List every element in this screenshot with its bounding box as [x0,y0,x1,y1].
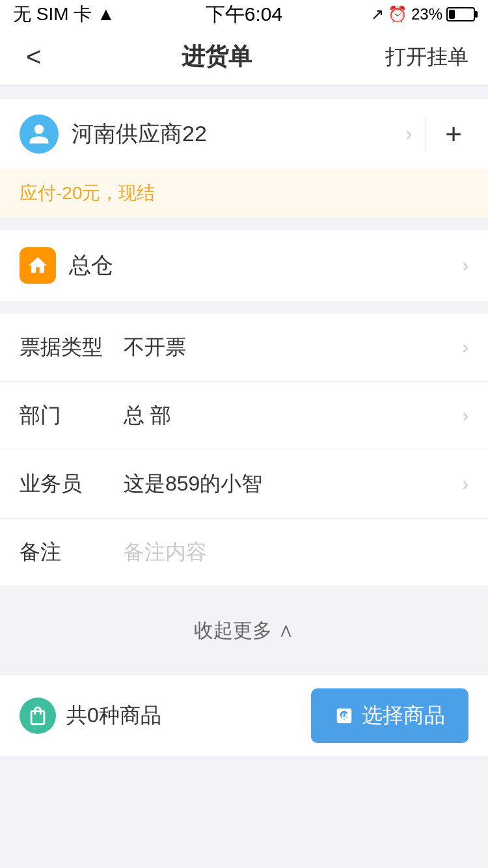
goods-summary: 共0种商品 [20,698,161,734]
nav-bar: < 进货单 打开挂单 [0,29,488,86]
department-chevron-icon: › [463,405,468,426]
battery-percent: 23% [411,5,442,23]
select-goods-icon [334,706,354,726]
warehouse-name: 总仓 [69,251,463,280]
alarm-icon: ⏰ [388,5,407,23]
warehouse-chevron-icon: › [463,255,468,276]
supplier-name: 河南供应商22 [72,119,406,149]
collapse-button[interactable]: 收起更多 ∧ [0,599,488,662]
status-bar: 无 SIM 卡 ▲ 下午6:04 ↗ ⏰ 23% [0,0,488,29]
location-icon: ↗ [371,5,384,23]
supplier-row[interactable]: 河南供应商22 › + [0,99,488,169]
supplier-avatar [20,115,59,154]
warehouse-icon [20,247,56,284]
department-row[interactable]: 部门 总 部 › [0,382,488,450]
salesperson-chevron-icon: › [463,474,468,495]
goods-icon [20,698,56,734]
warehouse-row[interactable]: 总仓 › [0,230,488,301]
notice-banner: 应付-20元，现结 [0,169,488,217]
page-background [0,756,488,868]
status-right: ↗ ⏰ 23% [371,5,475,23]
time-display: 下午6:04 [206,1,282,28]
collapse-label: 收起更多 ∧ [194,619,293,641]
supplier-chevron-icon: › [406,124,412,144]
salesperson-label: 业务员 [20,470,111,498]
ticket-type-row[interactable]: 票据类型 不开票 › [0,314,488,382]
page-title: 进货单 [182,41,252,73]
open-pending-button[interactable]: 打开挂单 [385,43,468,72]
department-label: 部门 [20,401,111,430]
remark-row[interactable]: 备注 备注内容 [0,519,488,586]
supplier-section: 河南供应商22 › + 应付-20元，现结 [0,99,488,217]
ticket-type-label: 票据类型 [20,333,111,362]
home-icon [27,254,49,277]
person-icon [27,122,51,146]
ticket-type-chevron-icon: › [463,337,468,358]
top-gap [0,86,488,99]
remark-label: 备注 [20,538,111,567]
add-supplier-button[interactable]: + [439,118,468,150]
shopping-bag-icon [27,705,49,727]
select-goods-label: 选择商品 [362,701,445,730]
goods-count: 共0种商品 [66,701,161,730]
notice-text: 应付-20元，现结 [20,183,155,203]
ticket-type-value: 不开票 [124,333,463,362]
select-goods-button[interactable]: 选择商品 [311,688,468,743]
footer-bar: 共0种商品 选择商品 [0,675,488,756]
back-button[interactable]: < [20,36,47,78]
form-section: 票据类型 不开票 › 部门 总 部 › 业务员 这是859的小智 › 备注 备注… [0,314,488,586]
salesperson-row[interactable]: 业务员 这是859的小智 › [0,450,488,519]
carrier-wifi: 无 SIM 卡 ▲ [13,2,115,27]
remark-input[interactable]: 备注内容 [124,538,468,567]
department-value: 总 部 [124,401,463,430]
battery-icon [446,7,475,21]
supplier-divider [425,118,426,150]
salesperson-value: 这是859的小智 [124,470,463,498]
